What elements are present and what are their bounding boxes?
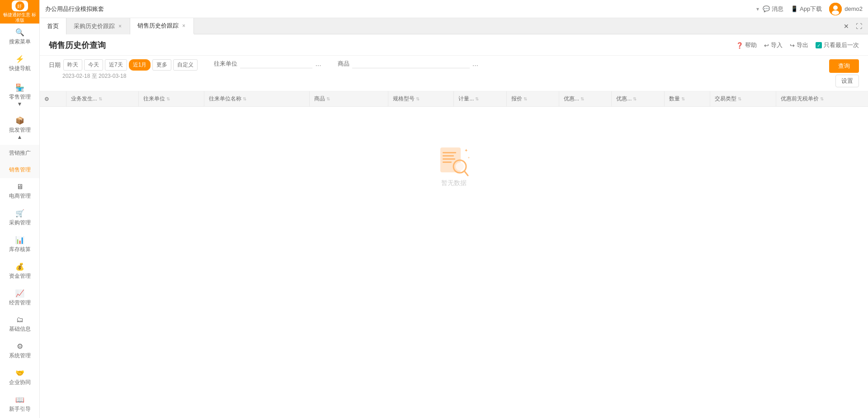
sidebar-item-operation[interactable]: 📈 经营管理 [0, 285, 39, 311]
th-no-tax-price[interactable]: 优惠前无税单价⇅ [776, 91, 868, 107]
sidebar-item-enterprise[interactable]: 🤝 企业协同 [0, 364, 39, 391]
th-goods[interactable]: 商品⇅ [309, 91, 388, 107]
sort-icon-6: ⇅ [475, 96, 479, 101]
sidebar-item-system[interactable]: ⚙ 系统管理 [0, 337, 39, 364]
th-discount2[interactable]: 优惠...⇅ [612, 91, 664, 107]
user-name: demo2 [844, 5, 863, 12]
svg-point-4 [832, 10, 839, 15]
tab-controls: ✕ ⛶ [837, 21, 868, 32]
th-spec[interactable]: 规格型号⇅ [388, 91, 454, 107]
sidebar-item-purchase[interactable]: 🛒 采购管理 [0, 204, 39, 231]
sidebar-item-finance[interactable]: 💰 资金管理 [0, 258, 39, 285]
main-area: 办公用品行业模拟账套 ▾ 💬 消息 📱 App下载 demo2 首页 采 [40, 0, 868, 418]
th-trade-type[interactable]: 交易类型⇅ [710, 91, 776, 107]
date-buttons: 昨天 今天 近7天 近1月 更多 自定义 [63, 59, 198, 71]
date-btn-7days[interactable]: 近7天 [105, 59, 127, 71]
tab-home-label: 首页 [47, 22, 59, 30]
base-icon: 🗂 [16, 316, 24, 324]
date-filter: 日期 昨天 今天 近7天 近1月 更多 自定义 2023-02-18 至 202… [49, 59, 198, 80]
svg-text:✦: ✦ [467, 156, 470, 159]
finance-icon: 💰 [15, 262, 24, 271]
only-last-checkbox[interactable]: ✓ 只看最后一次 [816, 41, 859, 49]
sort-icon-7: ⇅ [524, 96, 527, 101]
th-qty[interactable]: 数量⇅ [664, 91, 710, 107]
guide-icon: 📖 [15, 395, 24, 404]
date-btn-more[interactable]: 更多 [152, 59, 171, 71]
sidebar-item-sales-mgmt[interactable]: 销售管理 [0, 162, 39, 178]
query-button[interactable]: 查询 [829, 59, 859, 73]
sidebar-item-marketing[interactable]: 营销推广 [0, 145, 39, 162]
app-download-btn[interactable]: 📱 App下载 [791, 5, 822, 13]
sidebar-item-retail[interactable]: 🏪 零售管理 ▼ [0, 79, 39, 112]
settings-button[interactable]: 设置 [835, 75, 859, 87]
th-unit-code[interactable]: 往来单位⇅ [138, 91, 204, 107]
tab-home[interactable]: 首页 [40, 18, 66, 34]
th-settings[interactable]: ⚙ [40, 91, 66, 107]
date-range: 2023-02-18 至 2023-03-18 [49, 72, 198, 80]
tab-purchase-close[interactable]: × [118, 23, 123, 30]
th-unit-name[interactable]: 往来单位名称⇅ [204, 91, 309, 107]
tab-close-all-btn[interactable]: ✕ [841, 21, 852, 32]
sidebar-item-shortcut[interactable]: ⚡ 快捷导航 [0, 50, 39, 77]
empty-state: ✦ ✦ 暂无数据 [40, 107, 868, 223]
sidebar-item-wholesale[interactable]: 📦 批发管理 ▲ [0, 112, 39, 145]
svg-rect-8 [443, 158, 455, 160]
goods-label: 商品 [338, 60, 349, 68]
operation-icon: 📈 [15, 289, 24, 298]
date-label: 日期 [49, 61, 61, 69]
svg-rect-7 [443, 155, 454, 157]
sidebar-item-guide[interactable]: 📖 新手引导 [0, 391, 39, 418]
help-btn[interactable]: ❓ 帮助 [736, 41, 757, 49]
sidebar-item-base[interactable]: 🗂 基础信息 [0, 311, 39, 337]
sidebar-item-search[interactable]: 🔍 搜索菜单 [0, 24, 39, 50]
btn-row-2: 设置 [835, 75, 859, 87]
inventory-icon: 📊 [15, 236, 24, 244]
th-biz-date[interactable]: 业务发生...⇅ [66, 91, 138, 107]
unit-input[interactable] [240, 59, 312, 68]
search-icon: 🔍 [15, 28, 24, 37]
empty-illustration: ✦ ✦ [434, 143, 474, 179]
logo-icon: 好 [12, 0, 28, 11]
system-icon: ⚙ [17, 342, 23, 351]
sidebar-item-inventory[interactable]: 📊 库存核算 [0, 231, 39, 258]
purchase-icon: 🛒 [15, 209, 24, 218]
wholesale-icon: 📦 [15, 116, 24, 125]
date-btn-today[interactable]: 今天 [84, 59, 103, 71]
tab-purchase[interactable]: 采购历史价跟踪 × [66, 18, 130, 34]
enterprise-icon: 🤝 [15, 369, 24, 377]
import-icon: ↩ [764, 42, 769, 49]
filter-buttons: 查询 设置 [829, 59, 859, 87]
sort-icon-8: ⇅ [580, 96, 584, 101]
th-discount1[interactable]: 优惠...⇅ [559, 91, 612, 107]
table-head: ⚙ 业务发生...⇅ 往来单位⇅ 往来单位名称⇅ 商品⇅ [40, 91, 868, 107]
import-btn[interactable]: ↩ 导入 [764, 41, 783, 49]
date-btn-yesterday[interactable]: 昨天 [63, 59, 82, 71]
user-menu[interactable]: demo2 [829, 3, 863, 15]
chevron-up-icon: ▲ [17, 134, 23, 140]
title-dropdown-icon[interactable]: ▾ [756, 6, 759, 12]
date-btn-1month[interactable]: 近1月 [129, 59, 151, 71]
page-content: 销售历史价查询 ❓ 帮助 ↩ 导入 ↪ 导出 ✓ 只看最后一次 [40, 34, 868, 418]
sort-icon-12: ⇅ [820, 96, 824, 101]
tab-sales[interactable]: 销售历史价跟踪 × [130, 18, 194, 34]
goods-input[interactable] [352, 59, 470, 68]
date-btn-custom[interactable]: 自定义 [173, 59, 198, 71]
th-unit-measure[interactable]: 计量...⇅ [454, 91, 506, 107]
table-header-row: ⚙ 业务发生...⇅ 往来单位⇅ 往来单位名称⇅ 商品⇅ [40, 91, 868, 107]
unit-dots-btn[interactable]: ... [315, 60, 321, 68]
download-icon: 📱 [791, 5, 798, 12]
export-btn[interactable]: ↪ 导出 [790, 41, 808, 49]
sort-icon-9: ⇅ [633, 96, 637, 101]
sort-icon-11: ⇅ [738, 96, 741, 101]
th-price[interactable]: 报价⇅ [506, 91, 559, 107]
message-btn[interactable]: 💬 消息 [763, 5, 783, 13]
app-title: 办公用品行业模拟账套 [45, 5, 753, 13]
sidebar-item-ecom[interactable]: 🖥 电商管理 [0, 178, 39, 204]
goods-dots-btn[interactable]: ... [472, 60, 478, 68]
tab-sales-close[interactable]: × [181, 22, 186, 29]
user-avatar [829, 3, 842, 15]
sidebar: 好 畅捷通好生意 标准版 🔍 搜索菜单 ⚡ 快捷导航 🏪 零售管理 ▼ 📦 批发… [0, 0, 40, 418]
tab-restore-btn[interactable]: ⛶ [854, 21, 864, 32]
svg-point-3 [833, 5, 838, 10]
svg-rect-6 [443, 152, 456, 153]
